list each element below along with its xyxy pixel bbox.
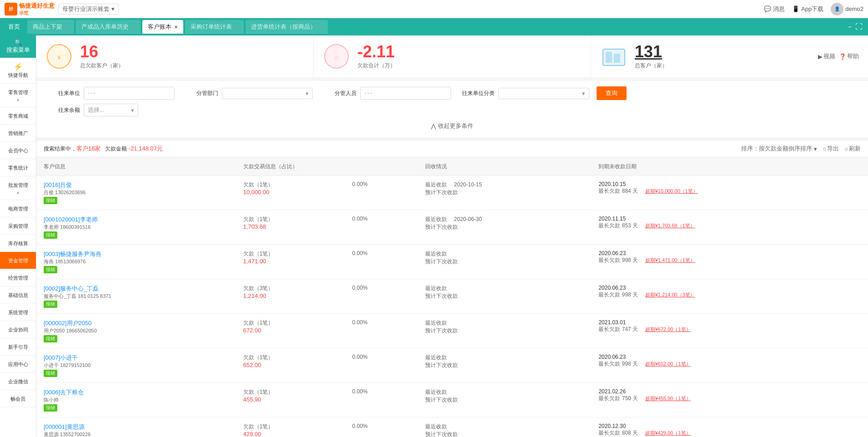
overdue-link[interactable]: 超期¥1,214.00（3笔） [645, 292, 695, 297]
sidebar-item-batch-mgmt[interactable]: 批发管理 ▲ [0, 176, 36, 200]
overdue-link[interactable]: 超期¥1,703.68（1笔） [645, 223, 695, 228]
tab-close-products[interactable]: ✕ [65, 25, 69, 30]
debt-label: 欠款（1笔） [243, 319, 338, 327]
overdue-days: 最长欠款 998 天 [598, 361, 643, 367]
td-customer-info: [0002]服务中心_丁磊 服务中心_丁磊 181 0125 8371 现销 [36, 279, 236, 314]
search-button[interactable]: 查询 [597, 86, 627, 100]
sidebar-item-inventory[interactable]: 库存核算 [0, 235, 36, 252]
user-btn[interactable]: 👤 demo2 [831, 3, 863, 15]
filter-select-balance[interactable]: 选择... ▾ [84, 104, 138, 116]
sidebar-search[interactable]: 🔍 搜索菜单 [0, 35, 36, 58]
sidebar-item-enterprise-wechat[interactable]: 企业微信 [0, 373, 36, 390]
tab-customer-account[interactable]: 客户账本 ✕ [142, 20, 183, 34]
sidebar-item-app-center[interactable]: 应用中心 [0, 356, 36, 373]
stat-actions: ▶ 视频 ❓ 帮助 [818, 52, 859, 60]
filter-select-unit-category[interactable]: ▾ [498, 88, 589, 99]
td-debt-info: 欠款（3笔） 1,214.00 [236, 279, 345, 314]
customer-name-link[interactable]: [0001020001]李老师 [44, 216, 98, 223]
overdue-link[interactable]: 超期¥1,471.00（1笔） [645, 257, 695, 263]
next-receipt: 预计下次收款 [425, 362, 584, 369]
filter-dept: 分管部门 ▾ [182, 88, 313, 99]
sidebar-item-ecommerce[interactable]: 电商管理 [0, 200, 36, 217]
tab-close-purchase-order[interactable]: ✕ [235, 25, 238, 30]
debt-amount: 1,703.68 [243, 223, 338, 230]
filter-input-customer-unit[interactable]: ··· [84, 87, 175, 100]
customer-tag: 现销 [44, 266, 57, 273]
filter-label-balance: 往来余额 [44, 106, 80, 114]
logo-text: 畅捷通好生意 示范 [19, 2, 55, 16]
sidebar-item-enterprise[interactable]: 企业协同 [0, 321, 36, 338]
sidebar-item-retail-stats[interactable]: 零售统计 [0, 159, 36, 176]
customer-name-link[interactable]: [0007]小进干 [44, 354, 78, 361]
due-date: 2020.11.15 [598, 216, 861, 222]
app-download-btn[interactable]: 📱 App下载 [792, 5, 823, 13]
debt-percent: 0.00% [352, 423, 411, 429]
sidebar-item-marketing[interactable]: 营销推广 [0, 125, 36, 142]
overdue-link[interactable]: 超期¥672.00（1笔） [645, 326, 691, 332]
filter-select-dept[interactable]: ▾ [222, 88, 313, 99]
overdue-link[interactable]: 超期¥429.00（1笔） [645, 430, 691, 436]
sidebar-item-purchase-mgmt[interactable]: 采购管理 [0, 217, 36, 235]
sidebar-item-vip-member[interactable]: 畅会员 [0, 390, 36, 407]
filter-label-dept: 分管部门 [182, 90, 218, 97]
sidebar-item-retail-mgmt[interactable]: 零售管理 ▲ [0, 84, 36, 107]
sidebar-item-retail-mall[interactable]: 零售商城 [0, 107, 36, 125]
customer-name-link[interactable]: [0003]畅捷服务尹海燕 [44, 251, 101, 257]
customer-name-link[interactable]: [000002]用户2050 [44, 320, 92, 326]
tab-products[interactable]: 商品上下架 ✕ [27, 20, 74, 34]
td-customer-info: [0006]去下粮仓 陈小帅 现销 [36, 383, 236, 417]
sort-selector[interactable]: 排序：按欠款金额倒序排序 ▾ [741, 145, 817, 153]
sidebar-item-sys-mgmt[interactable]: 系统管理 [0, 304, 36, 321]
overdue-link[interactable]: 超期¥455.90（1笔） [645, 396, 691, 401]
debt-amount: 1,214.00 [243, 292, 338, 299]
customer-tag: 现销 [44, 335, 57, 342]
tab-actions: － ⛶ [843, 22, 866, 32]
overdue-link[interactable]: 超期¥10,000.00（1笔） [645, 188, 698, 194]
tab-home[interactable]: 首页 [3, 20, 25, 34]
sidebar-item-capital-mgmt[interactable]: 资金管理 [0, 252, 36, 269]
td-debt-percent: 0.00% [345, 417, 418, 437]
tab-close-customer-account[interactable]: ✕ [174, 25, 178, 30]
sidebar-item-new-guide[interactable]: 新手引导 [0, 338, 36, 356]
tab-purchase-order[interactable]: 采购订单统计表 ✕ [185, 20, 244, 34]
tab-close-production[interactable]: ✕ [131, 25, 135, 30]
tab-maximize-btn[interactable]: ⛶ [855, 23, 863, 31]
td-debt-percent: 0.00% [345, 245, 418, 279]
customer-name-link[interactable]: [0016]吕俊 [44, 181, 72, 188]
customer-name-link[interactable]: [0002]服务中心_丁磊 [44, 285, 99, 292]
sidebar-item-members[interactable]: 会员中心 [0, 142, 36, 159]
td-debt-percent: 0.00% [345, 383, 418, 417]
last-receipt: 最近收款 [425, 423, 584, 431]
collapse-btn[interactable]: ⋀ 收起更多条件 [44, 120, 861, 132]
sidebar-item-basic-info[interactable]: 基础信息 [0, 286, 36, 304]
th-receipt-status: 回收情况 [418, 158, 591, 176]
td-customer-info: [0001020001]李老师 李老师 18600391516 现销 [36, 210, 236, 245]
sidebar-item-quick-nav[interactable]: ⚡ 快捷导航 [0, 58, 36, 84]
customer-name-link[interactable]: [0006]去下粮仓 [44, 389, 84, 396]
filter-row-1: 往来单位 ··· 分管部门 ▾ 分管人员 ··· [44, 86, 861, 100]
tab-production[interactable]: 产成品入库单历史 ✕ [76, 20, 140, 34]
refresh-btn[interactable]: ○ 刷新 [844, 145, 861, 153]
td-due-date: 2020.06.23 最长欠款 998 天 超期¥1,471.00（1笔） [591, 245, 868, 279]
tab-incoming-stats[interactable]: 进货单统计表（按商品） ✕ [246, 20, 328, 34]
stat-icon-overdue: ¥ [45, 43, 73, 70]
message-btn[interactable]: 💬 消息 [764, 5, 785, 13]
due-date: 2020.06.23 [598, 354, 861, 360]
customer-name-link[interactable]: [000001]黄思源 [44, 423, 85, 430]
tab-close-incoming-stats[interactable]: ✕ [319, 25, 322, 30]
td-receipt-status: 最近收款 预计下次收款 [418, 383, 591, 417]
td-receipt-status: 最近收款 2020-06-30 预计下次收款 [418, 210, 591, 245]
export-btn[interactable]: ○ 导出 [823, 145, 839, 153]
results-bar: 搜索结果中，客户16家 欠款金额 -21,148.07元 排序：按欠款金额倒序排… [36, 141, 868, 156]
video-btn[interactable]: ▶ 视频 [818, 52, 835, 60]
debt-amount: 429.00 [243, 431, 338, 437]
filter-label-customer-unit: 往来单位 [44, 90, 80, 97]
filter-input-manager[interactable]: ··· [360, 87, 451, 100]
help-btn[interactable]: ❓ 帮助 [839, 52, 859, 60]
overdue-link[interactable]: 超期¥652.00（1笔） [645, 361, 691, 367]
company-selector[interactable]: 母婴行业演示账套 ▾ [58, 4, 119, 15]
tab-minimize-btn[interactable]: － [846, 22, 853, 32]
sidebar-item-ops-mgmt[interactable]: 经营管理 [0, 269, 36, 286]
stat-overdue-customers: ¥ 16 总欠款客户（家） [36, 35, 314, 77]
customer-sub: 黄思源 13552700226 [44, 431, 229, 437]
